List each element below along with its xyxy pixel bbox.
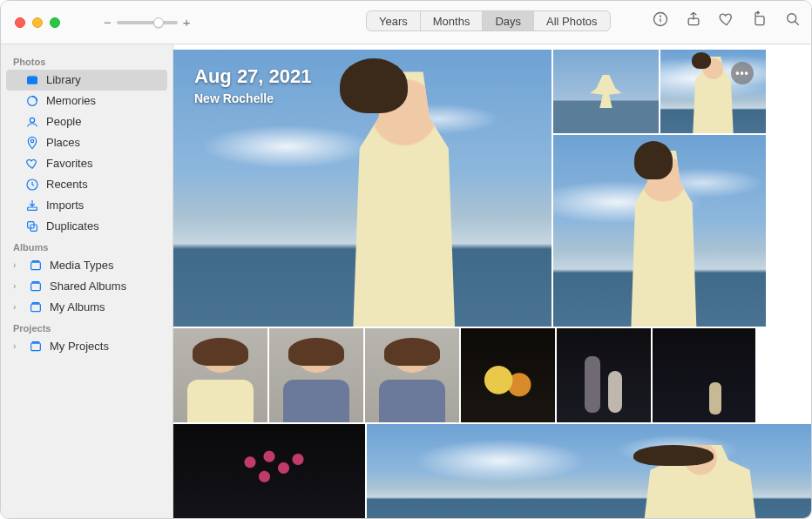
sidebar-item-label: Memories xyxy=(46,93,96,109)
svg-rect-8 xyxy=(28,76,36,77)
photo-thumbnail[interactable] xyxy=(269,328,363,422)
segment-years[interactable]: Years xyxy=(367,11,421,30)
album-icon xyxy=(29,340,43,354)
svg-rect-16 xyxy=(31,262,41,270)
app-body: Photos Library Memories People Places Fa… xyxy=(1,44,811,518)
sidebar-item-label: People xyxy=(46,114,81,130)
svg-rect-20 xyxy=(31,304,41,312)
sidebar-item-shared-albums[interactable]: › Shared Albums xyxy=(6,276,167,297)
zoom-knob[interactable] xyxy=(153,17,164,28)
sidebar-item-media-types[interactable]: › Media Types xyxy=(6,255,167,276)
memories-icon xyxy=(25,94,39,108)
segment-months[interactable]: Months xyxy=(421,11,484,30)
photo-thumbnail[interactable] xyxy=(653,328,755,422)
svg-rect-19 xyxy=(32,282,39,283)
segment-all-photos[interactable]: All Photos xyxy=(534,11,610,30)
photo-thumbnail[interactable] xyxy=(173,328,267,422)
sidebar-item-favorites[interactable]: Favorites xyxy=(6,153,167,174)
sidebar-item-label: My Albums xyxy=(50,300,105,315)
duplicates-icon xyxy=(25,219,39,233)
sidebar-section-albums: Albums xyxy=(1,237,173,255)
favorite-icon[interactable] xyxy=(718,10,735,28)
import-icon xyxy=(25,199,39,212)
app-window: − + Years Months Days All Photos xyxy=(0,0,812,519)
svg-rect-18 xyxy=(31,283,41,291)
sidebar-section-projects: Projects xyxy=(1,318,173,336)
people-icon xyxy=(25,115,39,129)
photo-thumbnail[interactable] xyxy=(557,328,651,422)
close-window-button[interactable] xyxy=(15,17,25,28)
sidebar-item-places[interactable]: Places xyxy=(6,132,167,153)
window-controls xyxy=(10,17,60,28)
photo-thumbnail[interactable] xyxy=(553,50,659,133)
sidebar-item-label: Shared Albums xyxy=(50,279,126,294)
search-icon[interactable] xyxy=(784,10,802,28)
minimize-window-button[interactable] xyxy=(32,17,43,28)
sidebar-item-recents[interactable]: Recents xyxy=(6,174,167,195)
sidebar-item-my-projects[interactable]: › My Projects xyxy=(6,336,167,357)
library-icon xyxy=(25,73,39,87)
rotate-icon[interactable] xyxy=(751,10,768,28)
sidebar-item-library[interactable]: Library xyxy=(6,70,167,91)
chevron-right-icon: › xyxy=(13,339,20,354)
photo-thumbnail[interactable] xyxy=(553,135,766,327)
sidebar-item-label: Duplicates xyxy=(46,219,99,234)
photo-thumbnail[interactable] xyxy=(173,424,365,518)
sidebar-item-memories[interactable]: Memories xyxy=(6,91,167,111)
svg-rect-4 xyxy=(755,17,764,25)
toolbar-actions xyxy=(652,10,802,28)
clock-icon xyxy=(25,178,39,192)
chevron-right-icon: › xyxy=(13,258,20,273)
info-icon[interactable] xyxy=(652,10,669,28)
zoom-slider: − + xyxy=(104,15,191,30)
photo-thumbnail[interactable] xyxy=(461,328,555,422)
day-header-overlay: Aug 27, 2021 New Rochelle xyxy=(194,65,312,105)
photo-thumbnail[interactable]: Aug 27, 2021 New Rochelle xyxy=(173,50,551,327)
zoom-in-button[interactable]: + xyxy=(183,15,191,30)
sidebar-item-label: My Projects xyxy=(50,339,109,354)
svg-rect-7 xyxy=(27,77,37,84)
album-icon xyxy=(29,259,43,273)
heart-icon xyxy=(25,157,39,171)
svg-rect-23 xyxy=(32,342,39,343)
album-icon xyxy=(29,300,43,314)
sidebar-item-people[interactable]: People xyxy=(6,111,167,132)
sidebar-section-photos: Photos xyxy=(1,51,173,70)
share-icon[interactable] xyxy=(685,10,702,28)
sidebar-item-label: Imports xyxy=(46,198,84,213)
sidebar-item-label: Recents xyxy=(46,177,88,192)
svg-rect-13 xyxy=(28,207,37,210)
zoom-out-button[interactable]: − xyxy=(104,15,112,30)
sidebar-item-label: Media Types xyxy=(50,258,113,273)
chevron-right-icon: › xyxy=(13,279,20,294)
chevron-right-icon: › xyxy=(13,300,20,315)
svg-rect-21 xyxy=(32,303,39,304)
zoom-track[interactable] xyxy=(117,21,178,24)
svg-point-10 xyxy=(30,118,34,122)
sidebar: Photos Library Memories People Places Fa… xyxy=(1,44,173,518)
svg-point-5 xyxy=(788,14,796,23)
album-icon xyxy=(29,280,43,293)
photo-thumbnail[interactable] xyxy=(365,328,459,422)
more-actions-button[interactable]: ••• xyxy=(731,62,754,84)
photo-thumbnail[interactable]: ••• xyxy=(660,50,766,133)
sidebar-item-my-albums[interactable]: › My Albums xyxy=(6,297,167,318)
photo-grid: Aug 27, 2021 New Rochelle ••• xyxy=(173,44,811,518)
day-date: Aug 27, 2021 xyxy=(194,65,312,88)
svg-rect-17 xyxy=(32,261,39,262)
svg-point-11 xyxy=(30,139,33,142)
fullscreen-window-button[interactable] xyxy=(50,17,60,28)
svg-line-6 xyxy=(795,22,799,25)
sidebar-item-label: Places xyxy=(46,135,80,151)
sidebar-item-label: Favorites xyxy=(46,156,92,172)
svg-point-2 xyxy=(660,16,661,17)
titlebar: − + Years Months Days All Photos xyxy=(1,1,811,44)
sidebar-item-imports[interactable]: Imports xyxy=(6,195,167,216)
svg-rect-22 xyxy=(31,343,41,351)
segment-days[interactable]: Days xyxy=(483,11,534,30)
sidebar-item-label: Library xyxy=(46,72,81,88)
sidebar-item-duplicates[interactable]: Duplicates xyxy=(6,216,167,237)
photo-thumbnail[interactable] xyxy=(367,424,811,518)
day-location: New Rochelle xyxy=(194,91,312,105)
view-segmented-control: Years Months Days All Photos xyxy=(366,10,611,31)
